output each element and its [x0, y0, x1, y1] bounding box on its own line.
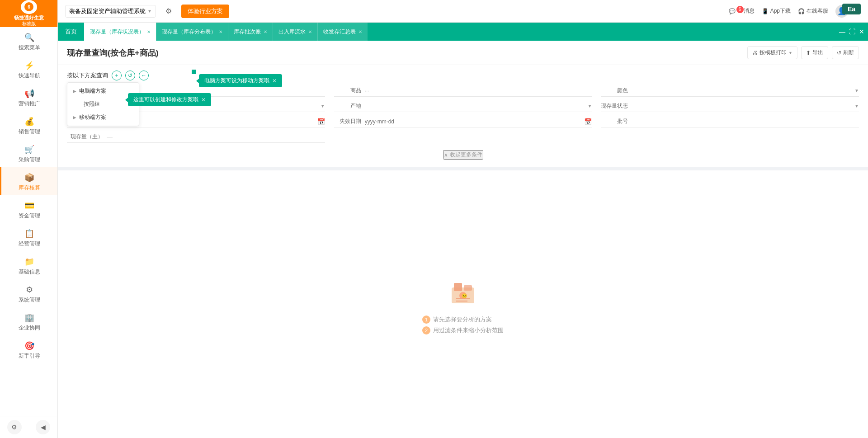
batch-label: 批号: [601, 118, 628, 125]
purchase-icon: 🛒: [24, 145, 34, 155]
system-icon: ⚙: [26, 285, 33, 295]
settings-button[interactable]: ⚙: [161, 4, 176, 19]
enterprise-icon: 🏢: [24, 313, 34, 323]
tab-close-batch-account[interactable]: ✕: [264, 29, 267, 34]
sidebar-item-enterprise[interactable]: 🏢 企业协同: [0, 307, 57, 335]
filter-header: 按以下方案查询 + ↺ ← ▶ 电脑端方案 按照组 ▶ 移动端方案: [67, 71, 859, 80]
tab-receive-summary[interactable]: 收发存汇总表 ✕: [317, 23, 368, 41]
filter-refresh-button[interactable]: ↺: [125, 71, 135, 80]
sidebar-logo: 6 畅捷通好生意 标准版: [0, 0, 57, 27]
stock-status-label: 现存量状态: [601, 102, 628, 110]
sidebar-item-search[interactable]: 🔍 搜索菜单: [0, 27, 57, 55]
guide-icon: 🎯: [24, 341, 34, 351]
message-item[interactable]: 💬 6 消息: [729, 7, 755, 15]
prod-date-calendar-icon[interactable]: 📅: [317, 118, 325, 125]
sidebar-item-guide[interactable]: 🎯 新手引导: [0, 335, 57, 363]
tab-close-receive-summary[interactable]: ✕: [359, 29, 362, 34]
page-actions: 🖨 按模板打印 ▼ ⬆ 导出 ↺ 刷新: [747, 46, 859, 65]
template-print-button[interactable]: 🖨 按模板打印 ▼: [747, 46, 797, 59]
tooltip-edit-callout[interactable]: 这里可以创建和修改方案哦 ✕: [128, 93, 211, 106]
sidebar-item-label: 新手引导: [19, 352, 40, 360]
quick-nav-icon: ⚡: [24, 61, 34, 71]
stock-qty-field: 现存量（主） —: [67, 131, 325, 143]
tab-inventory-dist[interactable]: 现存量（库存分布表） ✕: [156, 23, 228, 41]
scheme-mobile-group[interactable]: ▶ 移动端方案: [67, 111, 139, 124]
sidebar-item-label: 系统管理: [19, 296, 40, 304]
sidebar-item-operation[interactable]: 📋 经营管理: [0, 223, 57, 251]
tooltip-desktop-close[interactable]: ✕: [272, 78, 277, 84]
stock-status-input[interactable]: [632, 103, 854, 109]
filter-back-button[interactable]: ←: [139, 71, 149, 80]
tooltip-desktop-callout[interactable]: 电脑方案可设为移动方案哦 ✕: [199, 74, 282, 87]
system-name: 装备及固定资产辅助管理系统: [69, 7, 146, 15]
inventory-icon: 📦: [24, 173, 34, 183]
color-input[interactable]: [632, 88, 854, 94]
settings-sidebar-button[interactable]: ⚙: [7, 420, 22, 434]
filter-label: 按以下方案查询: [67, 71, 108, 80]
app-download-item[interactable]: 📱 App下载: [762, 7, 791, 15]
collapse-sidebar-button[interactable]: ◀: [36, 420, 50, 434]
page-title: 现存量查询(按仓库+商品): [67, 47, 159, 64]
tooltip-edit-close[interactable]: ✕: [201, 97, 206, 103]
message-label: 消息: [744, 7, 755, 15]
logo-text: 畅捷通好生意: [14, 15, 44, 21]
message-badge: 6: [736, 6, 744, 13]
tab-minimize-icon[interactable]: —: [839, 28, 845, 35]
collapse-up-icon: ∧: [444, 152, 448, 158]
step2-num: 2: [422, 326, 430, 334]
sidebar-item-marketing[interactable]: 📢 营销推广: [0, 83, 57, 111]
exp-date-input[interactable]: [365, 118, 583, 125]
tab-close-inventory-status[interactable]: ✕: [147, 29, 151, 34]
sidebar-item-basic[interactable]: 📁 基础信息: [0, 251, 57, 279]
filter-row-3: 生产日期 📅 失效日期 📅 批号: [67, 116, 859, 131]
sidebar-item-sales[interactable]: 💰 销售管理: [0, 111, 57, 139]
sidebar-item-system[interactable]: ⚙ 系统管理: [0, 279, 57, 307]
tab-inventory-status[interactable]: 现存量（库存状况表） ✕: [84, 23, 156, 41]
exp-date-field: 失效日期 📅: [334, 116, 592, 127]
tab-maximize-icon[interactable]: ⛶: [849, 28, 855, 35]
sidebar-item-finance[interactable]: 💳 资金管理: [0, 195, 57, 223]
empty-col-1: [334, 131, 592, 143]
goods-label: 商品: [334, 87, 361, 94]
origin-input[interactable]: [365, 103, 588, 109]
tab-close-in-out-flow[interactable]: ✕: [308, 29, 312, 34]
size-dropdown-arrow: ▼: [321, 104, 325, 108]
filter-area: 按以下方案查询 + ↺ ← ▶ 电脑端方案 按照组 ▶ 移动端方案: [58, 65, 868, 167]
page-header: 现存量查询(按仓库+商品) 🖨 按模板打印 ▼ ⬆ 导出 ↺ 刷新: [58, 41, 868, 65]
tooltip-desktop-wrapper: 电脑方案可设为移动方案哦 ✕: [192, 70, 282, 87]
tab-in-out-flow[interactable]: 出入库流水 ✕: [273, 23, 317, 41]
empty-col-2: [601, 131, 859, 143]
step1-num: 1: [422, 316, 430, 324]
indicator-dot: [192, 70, 196, 74]
filter-add-button[interactable]: +: [112, 71, 122, 80]
collapse-button[interactable]: ∧ 收起更多条件: [443, 150, 483, 160]
tab-close-inventory-dist[interactable]: ✕: [219, 29, 222, 34]
svg-rect-3: [454, 283, 462, 291]
sidebar-item-quick-nav[interactable]: ⚡ 快速导航: [0, 55, 57, 83]
print-icon: 🖨: [752, 50, 758, 56]
goods-ellipsis: ···: [365, 88, 592, 94]
export-button[interactable]: ⬆ 导出: [801, 46, 828, 59]
content-area: 😕 1 请先选择要分析的方案 2 用过滤条件来缩小分析范围: [58, 170, 868, 438]
svg-text:6: 6: [28, 5, 30, 9]
sidebar-item-purchase[interactable]: 🛒 采购管理: [0, 139, 57, 167]
tab-close-all-icon[interactable]: ✕: [859, 28, 864, 35]
tab-bar-end: — ⛶ ✕: [839, 28, 868, 35]
tooltip-desktop-indicator: [192, 70, 282, 74]
sidebar-bottom: ⚙ ◀: [0, 416, 57, 438]
system-name-dropdown[interactable]: 装备及固定资产辅助管理系统 ▼: [65, 5, 156, 18]
sidebar-item-inventory[interactable]: 📦 库存核算: [0, 167, 57, 195]
sidebar-item-label: 快速导航: [19, 72, 40, 80]
stock-qty-input[interactable]: [116, 134, 325, 140]
exp-date-calendar-icon[interactable]: 📅: [584, 118, 592, 125]
tab-home[interactable]: 首页: [58, 23, 84, 41]
support-item[interactable]: 🎧 在线客服: [798, 7, 828, 15]
tooltip-desktop-text: 电脑方案可设为移动方案哦: [204, 77, 269, 85]
color-label: 颜色: [601, 87, 628, 94]
industry-button[interactable]: 体验行业方案: [181, 5, 229, 18]
batch-input[interactable]: [632, 118, 859, 125]
sidebar-menu: 🔍 搜索菜单 ⚡ 快速导航 📢 营销推广 💰 销售管理 🛒 采购管理 📦 库存核…: [0, 27, 57, 416]
tab-batch-account[interactable]: 库存批次账 ✕: [228, 23, 273, 41]
refresh-button[interactable]: ↺ 刷新: [832, 46, 859, 59]
logo-icon: 6: [21, 0, 37, 14]
